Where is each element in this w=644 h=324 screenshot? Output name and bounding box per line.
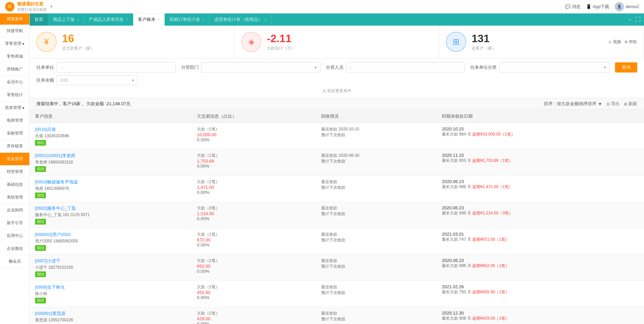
overdue-link-2[interactable]: 超期¥1,471.00（1笔） [472, 184, 513, 189]
sort-button[interactable]: 排序：按欠款金额倒序排序 ▼ [544, 101, 602, 107]
tab-product-listing[interactable]: 商品上下架 × [48, 13, 84, 26]
app-name: 畅捷通好生意 [17, 1, 47, 7]
debt-percentage-7: 0.00% [197, 321, 310, 324]
sidebar-item-basic-info[interactable]: 基础信息 [0, 178, 29, 191]
td-customer-info-2: [0003]畅捷服务尹海蕊 海燕 18513066976 现结 [30, 176, 192, 202]
main-content: 首页 商品上下架 × 产成品入库单历史 × 客户账本 × 采购订单统计表 × 进… [30, 13, 644, 324]
tab-close-goods[interactable]: × [264, 18, 267, 22]
days-text-7: 最长欠款 808 天 超期¥429.00（1笔） [442, 316, 639, 321]
stat-top-right-actions: ⊙ 视频 ⊘ 帮助 [608, 39, 637, 45]
overdue-link-3[interactable]: 超期¥1,214.00（3笔） [472, 211, 513, 215]
tab-purchase-stats[interactable]: 采购订单统计表 × [165, 13, 209, 26]
tab-goods-stats[interactable]: 进货单统计表（按商品） × [209, 13, 272, 26]
filter-item-unit-type: 往来单位分类 ▼ [470, 62, 610, 72]
sidebar-item-system[interactable]: 系统管理 [0, 191, 29, 204]
filter-label-person: 分管人员 [326, 64, 343, 70]
customer-id-link-1[interactable]: [0001020001]李老师 [35, 153, 186, 159]
customer-id-link-2[interactable]: [0003]畅捷服务尹海蕊 [35, 179, 186, 185]
tabs-minimize-icon[interactable]: － [627, 16, 633, 23]
main-layout: 搜索菜单 快捷导航 零售管理 ▾ 零售商城 营销推广 会员中心 零售统计 批发管… [0, 13, 644, 324]
next-collect-4: 预计下次收款 [321, 237, 431, 243]
sidebar-item-app-center[interactable]: 应用中心 [0, 230, 29, 242]
export-btn[interactable]: ⊙ 导出 [606, 101, 620, 107]
sidebar-item-quick-nav[interactable]: 快捷导航 [0, 25, 29, 37]
sidebar-item-member[interactable]: 会员中心 [0, 76, 29, 89]
debt-percentage-1: 0.00% [197, 164, 310, 169]
th-debt-info: 欠交易信息（占比） [192, 110, 316, 123]
tab-close-ledger[interactable]: × [158, 18, 160, 22]
filter-input-person[interactable]: ... [346, 62, 465, 72]
overdue-link-4[interactable]: 超期¥672.00（1笔） [472, 237, 509, 242]
customer-id-link-4[interactable]: [000002]用户2050 [35, 232, 186, 238]
overdue-link-7[interactable]: 超期¥429.00（1笔） [472, 316, 509, 321]
customer-id-link-6[interactable]: [0006]去下粮仓 [35, 284, 186, 290]
debt-percentage-3: 0.00% [197, 216, 310, 221]
sidebar-item-inventory[interactable]: 库存核算 [0, 140, 29, 153]
tab-close-product[interactable]: × [77, 18, 79, 22]
td-recovery-1: 最近收款 2020-06-30 预计下次收款 [316, 149, 437, 176]
filter-select-dept[interactable]: ▼ [201, 62, 320, 72]
overdue-link-6[interactable]: 超期¥455.90（1笔） [472, 290, 509, 294]
overdue-link-5[interactable]: 超期¥652.00（1笔） [472, 263, 509, 268]
sidebar-item-batch-mgmt[interactable]: 批发管理 ▾ [0, 101, 29, 114]
sidebar-item-retail-mgmt[interactable]: 零售管理 ▾ [0, 37, 29, 50]
customer-id-link-0[interactable]: [0016]吕俊 [35, 126, 186, 132]
company-dropdown-icon[interactable]: ▼ [50, 5, 53, 8]
help-btn[interactable]: ⊘ 帮助 [624, 39, 637, 45]
collapse-button[interactable]: ⋀ 收起更多条件 [323, 88, 352, 94]
tab-customer-ledger[interactable]: 客户账本 × [133, 13, 165, 26]
filter-label-dept: 分管部门 [181, 64, 199, 70]
sidebar-item-new-guide[interactable]: 新手引导 [0, 217, 29, 230]
customer-id-link-7[interactable]: [000001]黄思源 [35, 311, 186, 317]
tab-close-history[interactable]: × [126, 18, 128, 22]
td-recovery-2: 最近收款 预计下次收款 [316, 176, 437, 202]
search-button[interactable]: 查询 [615, 62, 637, 72]
sidebar-item-corp-wx[interactable]: 企业微信 [0, 242, 29, 255]
next-collect-5: 预计下次收款 [321, 264, 431, 269]
debt-amount-3: 1,214.00 [197, 211, 310, 216]
data-table: 客户信息 欠交易信息（占比） 回收情况 到期未收款日期 [0016]吕俊 吕俊 … [30, 110, 644, 324]
refresh-btn[interactable]: ⊘ 刷新 [624, 101, 637, 107]
filter-input-unit[interactable]: ... [57, 62, 176, 72]
tabs-maximize-icon[interactable]: ⛶ [635, 17, 641, 23]
sidebar-item-capital[interactable]: 资金管理 [0, 153, 29, 166]
stat-icon-building: ⊞ [446, 32, 466, 52]
user-avatar[interactable]: 👤 demo2 [615, 2, 639, 11]
sidebar-item-vip-member[interactable]: 畅会员 [0, 255, 29, 268]
last-collect-4: 最近收款 [321, 232, 431, 237]
app-download-btn[interactable]: 📱 App下载 [586, 4, 609, 10]
sidebar-search[interactable]: 搜索菜单 [0, 13, 29, 25]
overdue-link-1[interactable]: 超期¥1,703.68（1笔） [472, 158, 513, 163]
sidebar-item-retail-mall[interactable]: 零售商城 [0, 50, 29, 63]
td-customer-info-5: [0007]小进千 小进千 18279152100 现结 [30, 255, 192, 281]
sidebar-item-ecommerce[interactable]: 电商管理 [0, 114, 29, 127]
stat-card-debt-customers: ¥ 16 总欠款客户（家） [30, 26, 234, 58]
video-btn[interactable]: ⊙ 视频 [608, 39, 621, 45]
sidebar-item-purchase[interactable]: 采购管理 [0, 127, 29, 140]
last-collect-7: 最近收款 [321, 311, 431, 316]
td-recovery-0: 最近收款 2020-10-15 预计下次收款 [316, 123, 437, 149]
filter-select-balance[interactable]: 选择... ▼ [57, 75, 138, 85]
customer-id-link-3[interactable]: [0002]服务中心_丁磊 [35, 205, 186, 211]
last-collect-1: 最近收款 2020-06-30 [321, 153, 431, 158]
customer-tag-5: 现结 [35, 271, 46, 277]
message-btn[interactable]: 💬 消息 [565, 4, 581, 10]
filter-select-unit-type[interactable]: ▼ [499, 62, 610, 72]
overdue-link-0[interactable]: 超期¥10,000.00（1笔） [472, 132, 515, 137]
sidebar-item-corp-coop[interactable]: 企业协同 [0, 204, 29, 217]
tabs-right-actions: － ⛶ [627, 16, 644, 23]
stat-value-total-customers: 131 [472, 32, 496, 45]
top-header: 好 畅捷通好生意 母婴行业演示账套 ▼ 💬 消息 📱 App下载 👤 demo2 [0, 0, 644, 13]
debt-label-0: 欠款（1笔） [197, 126, 310, 132]
sidebar-item-retail-stat[interactable]: 零售统计 [0, 89, 29, 101]
sidebar-item-marketing[interactable]: 营销推广 [0, 63, 29, 76]
tab-home[interactable]: 首页 [30, 13, 48, 26]
collapse-row: ⋀ 收起更多条件 [36, 88, 637, 94]
customer-id-link-5[interactable]: [0007]小进千 [35, 258, 186, 264]
tab-product-history[interactable]: 产成品入库单历史 × [84, 13, 133, 26]
next-collect-6: 预计下次收款 [321, 290, 431, 296]
sidebar-item-business[interactable]: 经营管理 [0, 166, 29, 178]
days-text-1: 最长欠款 853 天 超期¥1,703.68（1笔） [442, 158, 639, 164]
due-date-0: 2020.10.15 [442, 126, 639, 131]
tab-close-purchase[interactable]: × [202, 18, 204, 22]
